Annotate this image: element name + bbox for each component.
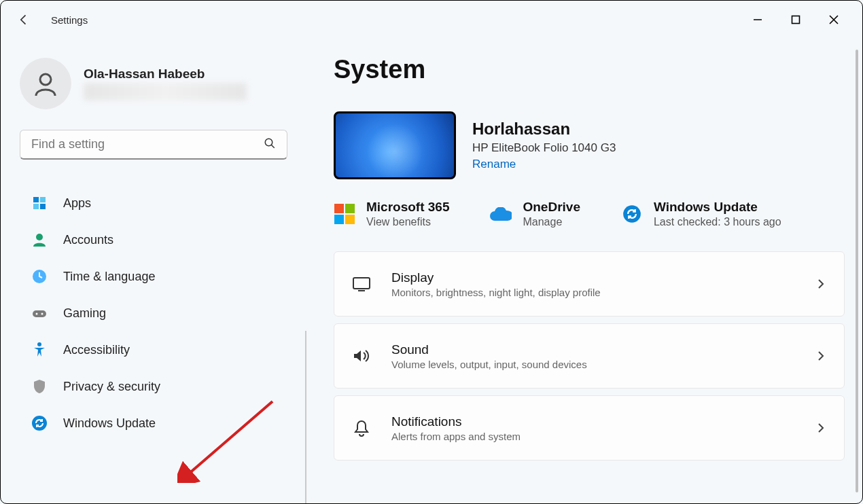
- card-title: Display: [391, 270, 795, 285]
- nav-item-accessibility[interactable]: Accessibility: [20, 334, 290, 366]
- avatar: [20, 58, 71, 109]
- windows-update-icon: [31, 414, 48, 432]
- svg-rect-15: [353, 278, 370, 289]
- nav-label: Accounts: [63, 233, 113, 247]
- svc-title: Windows Update: [654, 200, 781, 215]
- service-onedrive[interactable]: OneDrive Manage: [490, 200, 580, 228]
- svg-point-2: [265, 139, 272, 146]
- svg-point-12: [37, 342, 41, 346]
- card-sound[interactable]: Sound Volume levels, output, input, soun…: [334, 323, 845, 389]
- nav-label: Time & language: [63, 270, 155, 284]
- svc-title: OneDrive: [523, 200, 580, 215]
- chevron-right-icon: [814, 349, 828, 363]
- chevron-right-icon: [814, 421, 828, 435]
- nav-label: Accessibility: [63, 343, 130, 357]
- accounts-icon: [31, 231, 48, 249]
- microsoft-365-icon: [334, 203, 355, 225]
- card-display[interactable]: Display Monitors, brightness, night ligh…: [334, 251, 845, 317]
- user-profile[interactable]: Ola-Hassan Habeeb: [20, 58, 290, 109]
- nav-item-time-language[interactable]: Time & language: [20, 260, 290, 293]
- device-wallpaper[interactable]: [334, 111, 456, 179]
- card-sub: Alerts from apps and system: [391, 431, 795, 442]
- svg-rect-9: [33, 310, 46, 317]
- card-sub: Volume levels, output, input, sound devi…: [391, 359, 795, 370]
- svg-point-7: [36, 234, 43, 240]
- device-name: Horlahassan: [472, 120, 616, 139]
- page-title: System: [334, 55, 845, 84]
- notifications-icon: [351, 417, 372, 439]
- svg-point-13: [32, 416, 47, 431]
- svg-point-14: [623, 205, 641, 223]
- svg-point-10: [36, 313, 38, 315]
- user-email-redacted: [84, 83, 247, 101]
- chevron-right-icon: [814, 277, 828, 291]
- card-notifications[interactable]: Notifications Alerts from apps and syste…: [334, 395, 845, 461]
- svc-sub: View benefits: [366, 216, 449, 228]
- app-title: Settings: [51, 14, 88, 26]
- nav-item-privacy-security[interactable]: Privacy & security: [20, 370, 290, 403]
- nav-label: Privacy & security: [63, 380, 160, 394]
- nav-item-gaming[interactable]: Gaming: [20, 297, 290, 329]
- svg-rect-5: [33, 204, 39, 209]
- sidebar: Ola-Hassan Habeeb Apps Accounts: [1, 39, 306, 503]
- service-windows-update[interactable]: Windows Update Last checked: 3 hours ago: [621, 200, 781, 228]
- nav-item-windows-update[interactable]: Windows Update: [20, 407, 290, 439]
- settings-card-list: Display Monitors, brightness, night ligh…: [334, 251, 845, 461]
- gaming-icon: [31, 304, 48, 322]
- nav-item-accounts[interactable]: Accounts: [20, 223, 290, 256]
- search-bar[interactable]: [20, 130, 287, 160]
- svg-point-1: [40, 74, 51, 85]
- svg-rect-6: [40, 204, 46, 209]
- time-language-icon: [31, 268, 48, 285]
- nav-list: Apps Accounts Time & language Gaming: [20, 187, 290, 439]
- titlebar: Settings: [1, 1, 862, 39]
- nav-label: Gaming: [63, 306, 106, 321]
- device-info: Horlahassan HP EliteBook Folio 1040 G3 R…: [334, 111, 845, 179]
- card-title: Sound: [391, 342, 795, 357]
- close-button[interactable]: [815, 6, 853, 33]
- minimize-button[interactable]: [739, 6, 777, 33]
- svg-point-11: [41, 313, 43, 315]
- rename-link[interactable]: Rename: [472, 158, 616, 171]
- shield-icon: [31, 378, 48, 395]
- svg-rect-0: [792, 16, 800, 24]
- maximize-button[interactable]: [777, 6, 815, 33]
- content: System Horlahassan HP EliteBook Folio 10…: [306, 39, 862, 503]
- display-icon: [351, 273, 372, 295]
- accessibility-icon: [31, 341, 48, 359]
- search-input[interactable]: [31, 137, 264, 151]
- svg-rect-3: [33, 197, 39, 202]
- svg-rect-4: [40, 197, 46, 202]
- search-icon: [264, 137, 276, 152]
- card-title: Notifications: [391, 414, 795, 429]
- content-scroll-indicator[interactable]: [856, 50, 858, 492]
- user-name: Ola-Hassan Habeeb: [84, 67, 247, 82]
- card-sub: Monitors, brightness, night light, displ…: [391, 287, 795, 298]
- svc-sub: Manage: [523, 216, 580, 228]
- svc-sub: Last checked: 3 hours ago: [654, 216, 781, 228]
- windows-update-icon: [621, 203, 643, 225]
- onedrive-icon: [490, 203, 512, 225]
- sound-icon: [351, 345, 372, 367]
- services-row: Microsoft 365 View benefits OneDrive Man…: [334, 200, 845, 228]
- nav-label: Windows Update: [63, 416, 156, 431]
- svc-title: Microsoft 365: [366, 200, 449, 215]
- window-controls: [739, 6, 853, 33]
- back-button[interactable]: [10, 6, 37, 33]
- nav-item-apps[interactable]: Apps: [20, 187, 290, 219]
- service-microsoft-365[interactable]: Microsoft 365 View benefits: [334, 200, 449, 228]
- nav-label: Apps: [63, 196, 91, 211]
- apps-icon: [31, 194, 48, 212]
- device-model: HP EliteBook Folio 1040 G3: [472, 141, 616, 155]
